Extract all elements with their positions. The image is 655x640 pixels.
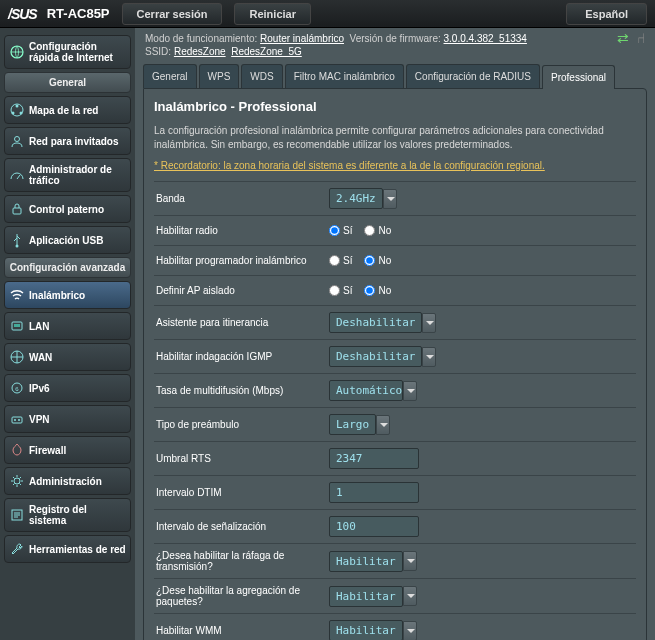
tab-wps[interactable]: WPS bbox=[199, 64, 240, 88]
tx-burst-label: ¿Desea habilitar la ráfaga de transmisió… bbox=[154, 550, 329, 572]
enable-scheduler-label: Habilitar programador inalámbrico bbox=[154, 255, 329, 266]
sidebar-item-system-log[interactable]: Registro del sistema bbox=[4, 498, 131, 532]
sidebar-header-advanced: Configuración avanzada bbox=[4, 257, 131, 278]
sidebar-item-ipv6[interactable]: 6 IPv6 bbox=[4, 374, 131, 402]
lock-icon bbox=[9, 201, 25, 217]
tab-mac-filter[interactable]: Filtro MAC inalámbrico bbox=[285, 64, 404, 88]
tx-burst-select[interactable]: Habilitar bbox=[329, 551, 403, 572]
sidebar-item-label: VPN bbox=[29, 414, 50, 425]
preamble-select[interactable]: Largo bbox=[329, 414, 376, 435]
multicast-rate-select[interactable]: Automático bbox=[329, 380, 403, 401]
preamble-label: Tipo de preámbulo bbox=[154, 419, 329, 430]
timezone-reminder-link[interactable]: * Recordatorio: la zona horaria del sist… bbox=[154, 160, 636, 171]
sidebar-item-usb-app[interactable]: Aplicación USB bbox=[4, 226, 131, 254]
sidebar-item-label: Aplicación USB bbox=[29, 235, 103, 246]
usb-icon bbox=[9, 232, 25, 248]
enable-scheduler-yes[interactable] bbox=[329, 255, 340, 266]
sidebar-item-network-tools[interactable]: Herramientas de red bbox=[4, 535, 131, 563]
sidebar-item-label: Configuración rápida de Internet bbox=[29, 41, 126, 63]
status-usb-icon: ⑁ bbox=[637, 30, 645, 46]
wifi-icon bbox=[9, 287, 25, 303]
sidebar-item-label: Control paterno bbox=[29, 204, 104, 215]
pkt-aggr-select[interactable]: Habilitar bbox=[329, 586, 403, 607]
firmware-value-link[interactable]: 3.0.0.4.382_51334 bbox=[444, 33, 527, 44]
chevron-down-icon[interactable] bbox=[422, 347, 436, 367]
beacon-interval-input[interactable] bbox=[329, 516, 419, 537]
dtim-interval-input[interactable] bbox=[329, 482, 419, 503]
info-bar: ⇄ ⑁ Modo de funcionamiento: Router inalá… bbox=[135, 28, 655, 62]
wmm-select[interactable]: Habilitar bbox=[329, 620, 403, 640]
ap-isolate-yes[interactable] bbox=[329, 285, 340, 296]
svg-point-17 bbox=[14, 478, 20, 484]
chevron-down-icon[interactable] bbox=[376, 415, 390, 435]
band-label: Banda bbox=[154, 193, 329, 204]
sidebar-item-traffic-manager[interactable]: Administrador de tráfico bbox=[4, 158, 131, 192]
svg-point-2 bbox=[16, 105, 19, 108]
igmp-snoop-select[interactable]: Deshabilitar bbox=[329, 346, 422, 367]
ap-isolate-label: Definir AP aislado bbox=[154, 285, 329, 296]
enable-radio-label: Habilitar radio bbox=[154, 225, 329, 236]
sidebar-item-lan[interactable]: LAN bbox=[4, 312, 131, 340]
ipv6-icon: 6 bbox=[9, 380, 25, 396]
top-bar: /SUS RT-AC85P Cerrar sesión Reiniciar Es… bbox=[0, 0, 655, 28]
lan-icon bbox=[9, 318, 25, 334]
sidebar-header-general: General bbox=[4, 72, 131, 93]
chevron-down-icon[interactable] bbox=[422, 313, 436, 333]
wmm-label: Habilitar WMM bbox=[154, 625, 329, 636]
main-panel: ⇄ ⑁ Modo de funcionamiento: Router inalá… bbox=[135, 28, 655, 640]
svg-point-16 bbox=[18, 419, 20, 421]
sidebar-item-parental-control[interactable]: Control paterno bbox=[4, 195, 131, 223]
enable-scheduler-no[interactable] bbox=[364, 255, 375, 266]
sidebar-item-vpn[interactable]: VPN bbox=[4, 405, 131, 433]
igmp-snoop-label: Habilitar indagación IGMP bbox=[154, 351, 329, 362]
tab-general[interactable]: General bbox=[143, 64, 197, 88]
enable-radio-yes[interactable] bbox=[329, 225, 340, 236]
svg-point-4 bbox=[20, 112, 23, 115]
roaming-assist-select[interactable]: Deshabilitar bbox=[329, 312, 422, 333]
sidebar-item-label: LAN bbox=[29, 321, 50, 332]
sidebar-item-label: Inalámbrico bbox=[29, 290, 85, 301]
tab-professional[interactable]: Professional bbox=[542, 65, 615, 89]
tab-radius[interactable]: Configuración de RADIUS bbox=[406, 64, 540, 88]
multicast-rate-label: Tasa de multidifusión (Mbps) bbox=[154, 385, 329, 396]
ssid-1-link[interactable]: RedesZone bbox=[174, 46, 226, 57]
sidebar-item-label: Red para invitados bbox=[29, 136, 118, 147]
sidebar-item-firewall[interactable]: Firewall bbox=[4, 436, 131, 464]
chevron-down-icon[interactable] bbox=[403, 551, 417, 571]
sidebar-item-guest-network[interactable]: Red para invitados bbox=[4, 127, 131, 155]
sidebar-item-label: Herramientas de red bbox=[29, 544, 126, 555]
chevron-down-icon[interactable] bbox=[383, 189, 397, 209]
rts-threshold-input[interactable] bbox=[329, 448, 419, 469]
tab-wds[interactable]: WDS bbox=[241, 64, 282, 88]
sidebar-item-network-map[interactable]: Mapa de la red bbox=[4, 96, 131, 124]
firmware-label: Versión de firmware: bbox=[350, 33, 441, 44]
sidebar-item-label: WAN bbox=[29, 352, 52, 363]
logout-button[interactable]: Cerrar sesión bbox=[122, 3, 223, 25]
ap-isolate-no[interactable] bbox=[364, 285, 375, 296]
sidebar-item-label: IPv6 bbox=[29, 383, 50, 394]
band-select[interactable]: 2.4GHz bbox=[329, 188, 383, 209]
sidebar-item-label: Mapa de la red bbox=[29, 105, 98, 116]
page-title: Inalámbrico - Professional bbox=[154, 99, 636, 114]
chevron-down-icon[interactable] bbox=[403, 586, 417, 606]
sidebar-item-label: Registro del sistema bbox=[29, 504, 126, 526]
sidebar-item-quick-setup[interactable]: Configuración rápida de Internet bbox=[4, 35, 131, 69]
mode-value-link[interactable]: Router inalámbrico bbox=[260, 33, 344, 44]
ssid-2-link[interactable]: RedesZone_5G bbox=[231, 46, 302, 57]
pkt-aggr-label: ¿Dese habilitar la agregación de paquete… bbox=[154, 585, 329, 607]
mode-label: Modo de funcionamiento: bbox=[145, 33, 257, 44]
chevron-down-icon[interactable] bbox=[403, 621, 417, 641]
chevron-down-icon[interactable] bbox=[403, 381, 417, 401]
language-select[interactable]: Español bbox=[566, 3, 647, 25]
reboot-button[interactable]: Reiniciar bbox=[234, 3, 310, 25]
enable-radio-no[interactable] bbox=[364, 225, 375, 236]
sidebar-item-wan[interactable]: WAN bbox=[4, 343, 131, 371]
wan-icon bbox=[9, 349, 25, 365]
firewall-icon bbox=[9, 442, 25, 458]
network-map-icon bbox=[9, 102, 25, 118]
svg-rect-14 bbox=[12, 417, 22, 423]
sidebar-item-label: Firewall bbox=[29, 445, 66, 456]
sidebar-item-wireless[interactable]: Inalámbrico bbox=[4, 281, 131, 309]
status-link-icon: ⇄ bbox=[617, 30, 629, 46]
sidebar-item-administration[interactable]: Administración bbox=[4, 467, 131, 495]
